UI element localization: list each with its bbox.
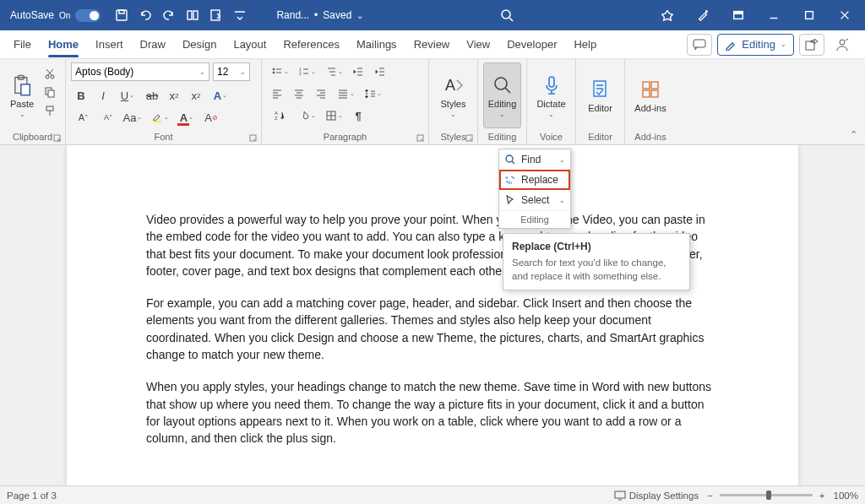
bullets-button[interactable]: ⌄ bbox=[267, 62, 292, 81]
line-spacing-button[interactable]: ⌄ bbox=[360, 84, 385, 103]
borders-button[interactable]: ⌄ bbox=[321, 106, 346, 125]
text-effects-button[interactable]: A⌄ bbox=[208, 86, 233, 105]
tab-mailings[interactable]: Mailings bbox=[348, 30, 405, 59]
display-settings-button[interactable]: Display Settings bbox=[614, 490, 699, 501]
svg-rect-0 bbox=[117, 10, 127, 20]
share-button[interactable] bbox=[799, 34, 824, 56]
qat-btn-2[interactable] bbox=[205, 4, 227, 26]
subscript-button[interactable]: x2 bbox=[164, 86, 184, 105]
styles-button[interactable]: A Styles ⌄ bbox=[434, 62, 472, 128]
zoom-in-button[interactable]: + bbox=[819, 490, 825, 501]
chevron-down-icon: ⌄ bbox=[356, 11, 363, 20]
superscript-button[interactable]: x2 bbox=[186, 86, 206, 105]
tab-design[interactable]: Design bbox=[174, 30, 225, 59]
multilevel-list-button[interactable]: ⌄ bbox=[321, 62, 346, 81]
tab-view[interactable]: View bbox=[458, 30, 498, 59]
svg-rect-20 bbox=[46, 106, 53, 111]
grow-font-button[interactable]: A˄ bbox=[71, 108, 96, 127]
addins-button[interactable]: Add-ins bbox=[630, 62, 671, 128]
sort-button[interactable]: AZ bbox=[267, 106, 292, 125]
dialog-launcher-icon[interactable] bbox=[465, 134, 474, 143]
account-button[interactable] bbox=[830, 34, 855, 56]
show-marks-button[interactable]: ¶ bbox=[348, 106, 368, 125]
highlight-button[interactable]: ⌄ bbox=[147, 108, 172, 127]
collapse-ribbon-button[interactable]: ⌃ bbox=[846, 127, 860, 141]
menu-item-find[interactable]: Find ⌄ bbox=[499, 149, 570, 170]
close-button[interactable] bbox=[828, 0, 862, 30]
copy-button[interactable] bbox=[41, 84, 59, 100]
comments-button[interactable] bbox=[687, 34, 712, 56]
zoom-level[interactable]: 100% bbox=[834, 490, 858, 501]
change-case-button[interactable]: Aa⌄ bbox=[120, 108, 145, 127]
tab-draw[interactable]: Draw bbox=[132, 30, 174, 59]
svg-rect-2 bbox=[188, 11, 192, 19]
tab-developer[interactable]: Developer bbox=[498, 30, 565, 59]
increase-indent-button[interactable] bbox=[370, 62, 390, 81]
menu-item-replace[interactable]: ab Replace bbox=[499, 170, 570, 190]
align-left-button[interactable] bbox=[267, 84, 287, 103]
maximize-button[interactable] bbox=[792, 0, 826, 30]
chevron-down-icon: ⌄ bbox=[499, 111, 505, 118]
minimize-button[interactable] bbox=[757, 0, 791, 30]
editing-button[interactable]: Editing ⌄ bbox=[483, 62, 521, 128]
premium-icon[interactable] bbox=[650, 0, 684, 30]
underline-button[interactable]: U⌄ bbox=[115, 86, 140, 105]
tab-home[interactable]: Home bbox=[40, 30, 87, 59]
svg-point-6 bbox=[706, 11, 708, 13]
toggle-switch-icon bbox=[75, 9, 101, 22]
group-editing: Editing ⌄ Editing bbox=[478, 59, 527, 144]
undo-icon[interactable] bbox=[134, 4, 156, 26]
paragraph: When you apply styles, your headings cha… bbox=[146, 378, 719, 447]
tab-help[interactable]: Help bbox=[565, 30, 605, 59]
strikethrough-button[interactable]: ab bbox=[142, 86, 162, 105]
tab-references[interactable]: References bbox=[275, 30, 347, 59]
font-size-combo[interactable]: 12⌄ bbox=[213, 62, 250, 81]
format-painter-button[interactable] bbox=[41, 103, 59, 118]
clear-formatting-button[interactable]: A⊘ bbox=[201, 108, 221, 127]
tab-review[interactable]: Review bbox=[405, 30, 459, 59]
shrink-font-button[interactable]: A˅ bbox=[98, 108, 118, 127]
numbering-button[interactable]: 12⌄ bbox=[294, 62, 319, 81]
save-icon[interactable] bbox=[111, 4, 133, 26]
dialog-launcher-icon[interactable] bbox=[416, 134, 425, 143]
zoom-out-button[interactable]: − bbox=[707, 490, 713, 501]
paste-button[interactable]: Paste ⌄ bbox=[5, 62, 39, 128]
coming-soon-icon[interactable] bbox=[686, 0, 720, 30]
zoom-slider[interactable] bbox=[720, 494, 813, 496]
tab-insert[interactable]: Insert bbox=[87, 30, 132, 59]
editing-dropdown-menu: Find ⌄ ab Replace Select ⌄ Editing bbox=[498, 149, 571, 229]
document-title[interactable]: Rand... • Saved ⌄ bbox=[276, 9, 363, 21]
svg-rect-19 bbox=[48, 90, 54, 97]
save-state: Saved bbox=[323, 9, 351, 21]
autosave-toggle[interactable]: AutoSave On bbox=[3, 9, 107, 22]
dictate-button[interactable]: Dictate ⌄ bbox=[532, 62, 570, 128]
ribbon-display-icon[interactable] bbox=[721, 0, 755, 30]
svg-point-24 bbox=[273, 68, 275, 70]
align-right-button[interactable] bbox=[311, 84, 331, 103]
qat-btn-1[interactable] bbox=[182, 4, 204, 26]
tab-layout[interactable]: Layout bbox=[225, 30, 275, 59]
shading-button[interactable]: ⌄ bbox=[294, 106, 319, 125]
document-page[interactable]: Video provides a powerful way to help yo… bbox=[67, 145, 798, 485]
dialog-launcher-icon[interactable] bbox=[249, 134, 258, 143]
font-name-combo[interactable]: Aptos (Body)⌄ bbox=[71, 62, 209, 81]
decrease-indent-button[interactable] bbox=[348, 62, 368, 81]
editor-button[interactable]: Editor bbox=[581, 62, 619, 128]
tab-file[interactable]: File bbox=[5, 30, 40, 59]
font-color-button[interactable]: A⌄ bbox=[174, 108, 199, 127]
autosave-label: AutoSave bbox=[10, 9, 54, 21]
chevron-down-icon: ⌄ bbox=[559, 156, 565, 164]
page-indicator[interactable]: Page 1 of 3 bbox=[7, 490, 57, 501]
cut-button[interactable] bbox=[41, 66, 59, 81]
redo-icon[interactable] bbox=[158, 4, 180, 26]
search-button[interactable] bbox=[495, 3, 519, 27]
qat-customize-icon[interactable] bbox=[229, 4, 251, 26]
align-justify-button[interactable]: ⌄ bbox=[333, 84, 358, 103]
editing-mode-button[interactable]: Editing ⌄ bbox=[717, 34, 794, 56]
dialog-launcher-icon[interactable] bbox=[53, 134, 62, 143]
italic-button[interactable]: I bbox=[93, 86, 113, 105]
bold-button[interactable]: B bbox=[71, 86, 91, 105]
svg-text:b: b bbox=[509, 180, 513, 185]
menu-item-select[interactable]: Select ⌄ bbox=[499, 190, 570, 210]
align-center-button[interactable] bbox=[289, 84, 309, 103]
